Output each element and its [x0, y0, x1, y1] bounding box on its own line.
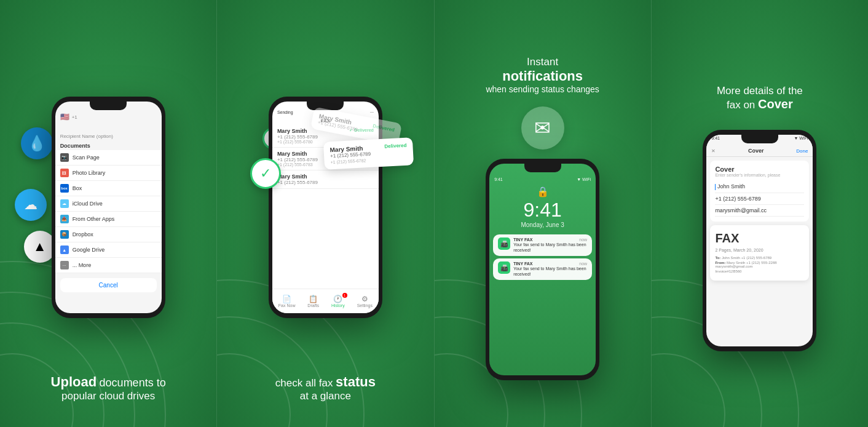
photo-library-label: Photo Library [73, 170, 106, 176]
menu-gdrive[interactable]: ▲ Google Drive [55, 242, 162, 258]
notif-message-1: Your fax send to Mary Smith has been rec… [513, 242, 587, 253]
caption-line2-2: at a glance [275, 390, 376, 402]
notif-app-1: TINY FAX [513, 237, 532, 242]
cover-section: Cover Enter sender's information, please… [710, 161, 809, 221]
menu-box[interactable]: box Box [55, 181, 162, 196]
tab-drafts[interactable]: 📋 Drafts [307, 295, 319, 308]
panel-status: ✓ ↗ Delivered Mary Smith +1 (212) 555-67… [216, 0, 433, 427]
other-apps-label: From Other Apps [73, 216, 115, 222]
panel3-top-text: Instant notifications when sending statu… [473, 56, 611, 94]
cover-field-email: marysmith@gmail.cc [715, 205, 804, 217]
fax-item-name-3: Mary Smith [277, 174, 374, 180]
icloud-icon: ☁ [60, 199, 69, 208]
phone-screen-4: 9:41 ▼ WiFi ✕ Cover Done Cover Enter sen… [706, 135, 813, 346]
caption-normal-1: documents to [100, 377, 166, 389]
status-bar-3: 9:41 ▼ WiFi [489, 176, 596, 183]
icloud-label: iCloud Drive [73, 201, 103, 207]
cancel-icon[interactable]: ✕ [711, 148, 716, 154]
panel1-caption: Upload documents to popular cloud drives [39, 374, 178, 402]
envelope-icon: ✉ [521, 106, 564, 150]
dropbox-icon: 📦 [60, 230, 69, 239]
fax-preview-pages: 2 Pages, March 20, 2020 [715, 248, 804, 252]
notif-time-2: now [579, 261, 587, 266]
recipient-label: Recipient Name (option) [60, 134, 113, 139]
phone-wrapper-4: 9:41 ▼ WiFi ✕ Cover Done Cover Enter sen… [703, 130, 816, 351]
onedrive-logo: ☁ [15, 189, 47, 221]
other-apps-icon: 📤 [60, 215, 69, 223]
notif-icon-1: 📠 [498, 237, 510, 250]
gdrive-label: Google Drive [73, 247, 105, 253]
more-icon: ··· [60, 261, 69, 269]
title-notifications: notifications [486, 68, 599, 84]
phone-frame-3: 9:41 ▼ WiFi 🔒 9:41 Monday, June 3 📠 TINY… [486, 159, 599, 380]
p4-header: ✕ Cover Done [706, 142, 813, 157]
cover-field-name: John Smith [715, 181, 804, 193]
phone-screen-1: 🇺🇸 +1 Recipient Name (option) Documents … [55, 102, 162, 313]
title-more-details: More details of the [717, 85, 803, 97]
notif-content-1: TINY FAX now Your fax send to Mary Smith… [513, 237, 587, 253]
title-fax-on: fax on Cover [717, 97, 803, 111]
tab-history[interactable]: 🕐1 History [331, 295, 345, 308]
notif-app-2: TINY FAX [513, 261, 532, 266]
notif-icon-2: 📠 [498, 261, 510, 274]
phone-wrapper-1: 💧 ☁ ▲ box 🇺🇸 +1 Recipient Name (option) … [52, 97, 165, 318]
photo-icon: 🖼 [60, 169, 69, 177]
box-icon: box [60, 184, 69, 193]
cover-field-phone: +1 (212) 555-6789 [715, 193, 804, 205]
caption-bold-1: Upload [51, 374, 97, 389]
dropbox-logo: 💧 [21, 127, 53, 159]
gdrive-icon: ▲ [60, 245, 69, 254]
fax-card-front: Delivered Mary Smith +1 (212) 555-6789 +… [324, 140, 413, 167]
recipient-header: Recipient Name (option) [55, 124, 162, 142]
cover-bold-label: Cover [758, 97, 793, 111]
caption-line2-1: popular cloud drives [51, 390, 166, 402]
menu-scan-page[interactable]: 📷 Scan Page [55, 150, 162, 166]
notif-content-2: TINY FAX now Your fax send to Mary Smith… [513, 261, 587, 277]
panel2-caption: check all fax status at a glance [263, 374, 388, 402]
menu-photo-library[interactable]: 🖼 Photo Library [55, 166, 162, 181]
panel-upload: 💧 ☁ ▲ box 🇺🇸 +1 Recipient Name (option) … [0, 0, 216, 427]
cover-header-title: Cover [748, 148, 764, 154]
fax-on-label: fax on [727, 99, 758, 111]
fax-preview: FAX 2 Pages, March 20, 2020 To: John Smi… [710, 225, 809, 281]
p4-screen: 9:41 ▼ WiFi ✕ Cover Done Cover Enter sen… [706, 135, 813, 346]
cancel-button[interactable]: Cancel [60, 278, 157, 292]
scan-page-label: Scan Page [73, 154, 100, 161]
more-label: ... More [73, 262, 92, 268]
phone-wrapper-2: ✓ ↗ Delivered Mary Smith +1 (212) 555-67… [269, 97, 382, 318]
panel-cover: More details of the fax on Cover 9:41 ▼ … [651, 0, 868, 427]
p3-lock-screen: 9:41 ▼ WiFi 🔒 9:41 Monday, June 3 📠 TINY… [489, 164, 596, 375]
p1-screen: 🇺🇸 +1 Recipient Name (option) Documents … [55, 102, 162, 313]
lock-screen-time: 9:41 [489, 199, 596, 221]
fax-invoice-row: Invoice#12B560 [715, 269, 804, 273]
notification-2: 📠 TINY FAX now Your fax send to Mary Smi… [493, 258, 592, 280]
fax-item-phone-1: +1 (212) 555-6789 [277, 134, 318, 140]
fax-from-row: From: Mary Smith +1 (212) 555-2288 marys… [715, 261, 804, 268]
menu-other-apps[interactable]: 📤 From Other Apps [55, 212, 162, 227]
fax-to-value: John Smith +1 (212) 555-6789 [722, 256, 771, 260]
tab-settings[interactable]: ⚙ Settings [357, 295, 373, 308]
menu-icloud[interactable]: ☁ iCloud Drive [55, 196, 162, 212]
fax-list-item-3: Mary Smith +1 (212) 555-6789 [272, 170, 379, 189]
phone-screen-3: 9:41 ▼ WiFi 🔒 9:41 Monday, June 3 📠 TINY… [489, 164, 596, 375]
fax-preview-title: FAX [715, 231, 804, 245]
menu-more[interactable]: ··· ... More [55, 258, 162, 273]
cover-subtitle: Enter sender's information, please [715, 173, 804, 177]
phone-wrapper-3: 9:41 ▼ WiFi 🔒 9:41 Monday, June 3 📠 TINY… [486, 159, 599, 380]
tab-fax-now[interactable]: 📄 Fax Now [278, 295, 296, 308]
gdrive-logo: ▲ [24, 231, 56, 263]
menu-dropbox[interactable]: 📦 Dropbox [55, 227, 162, 242]
bottom-tabs: 📄 Fax Now 📋 Drafts 🕐1 History ⚙ [272, 289, 379, 313]
phone-frame-4: 9:41 ▼ WiFi ✕ Cover Done Cover Enter sen… [703, 130, 816, 351]
documents-label: Documents [55, 142, 162, 150]
country-code: +1 [72, 114, 77, 120]
caption-bold-2: status [336, 374, 376, 389]
phone-notch-3 [524, 164, 561, 172]
fax-to-label: To: [715, 256, 720, 260]
title-instant: Instant [486, 56, 599, 68]
done-button[interactable]: Done [796, 148, 808, 154]
scan-icon: 📷 [60, 153, 69, 162]
lock-icon: 🔒 [489, 186, 596, 198]
box-label: Box [73, 185, 82, 191]
panel4-top-text: More details of the fax on Cover [704, 85, 815, 111]
